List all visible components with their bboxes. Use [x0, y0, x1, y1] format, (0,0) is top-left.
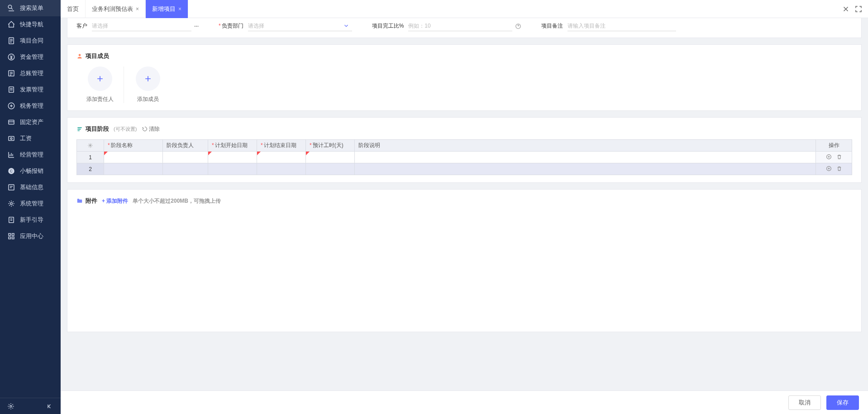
- tab-profit-est[interactable]: 业务利润预估表×: [86, 0, 146, 18]
- more-icon[interactable]: ···: [194, 23, 199, 29]
- cell-desc[interactable]: [355, 163, 816, 175]
- remark-input[interactable]: [568, 21, 676, 31]
- completion-input[interactable]: [408, 21, 506, 31]
- cell-start[interactable]: [208, 163, 257, 175]
- svg-point-24: [90, 145, 91, 146]
- col-op: 操作: [816, 140, 852, 152]
- col-name: *阶段名称: [104, 140, 163, 152]
- tabs-bar: 首页 业务利润预估表× 新增项目×: [61, 0, 868, 18]
- guide-icon: [7, 216, 15, 224]
- sidebar-item-search-menu[interactable]: 搜索菜单: [0, 0, 61, 16]
- sidebar-item-ledger-mgmt[interactable]: 总账管理: [0, 65, 61, 81]
- attach-hint: 单个大小不超过200MB，可拖拽上传: [133, 197, 221, 205]
- tab-new-project[interactable]: 新增项目×: [146, 0, 188, 18]
- sidebar-item-fund-mgmt[interactable]: 资金管理: [0, 49, 61, 65]
- invoice-icon: [7, 86, 15, 94]
- cell-end[interactable]: [257, 163, 306, 175]
- sidebar-item-system-mgmt[interactable]: 系统管理: [0, 195, 61, 212]
- sidebar-item-quick-nav[interactable]: 快捷导航: [0, 16, 61, 33]
- delete-row-icon[interactable]: [836, 154, 842, 160]
- cell-desc[interactable]: [355, 152, 816, 163]
- svg-rect-23: [77, 130, 80, 131]
- cell-name[interactable]: [104, 152, 163, 163]
- cell-hours[interactable]: [306, 163, 355, 175]
- sidebar-item-label: 基础信息: [20, 183, 43, 191]
- sidebar-item-biz-mgmt[interactable]: 经营管理: [0, 147, 61, 163]
- field-remark: 项目备注: [541, 21, 676, 31]
- customer-input[interactable]: [92, 21, 182, 31]
- cell-name[interactable]: [104, 163, 163, 175]
- sidebar-item-app-center[interactable]: 应用中心: [0, 228, 61, 244]
- svg-point-20: [79, 54, 81, 56]
- collapse-icon[interactable]: [46, 403, 53, 410]
- tab-home[interactable]: 首页: [61, 0, 86, 18]
- sidebar-footer: [0, 398, 61, 414]
- delete-row-icon[interactable]: [836, 166, 842, 171]
- document-icon: [7, 37, 15, 45]
- col-start: *计划开始日期: [208, 140, 257, 152]
- add-member-button[interactable]: [136, 67, 160, 91]
- sidebar-item-label: 项目合同: [20, 37, 43, 45]
- money-icon: [7, 53, 15, 61]
- col-desc: 阶段说明: [355, 140, 816, 152]
- sidebar-item-label: 资金管理: [20, 53, 43, 61]
- sidebar-item-salary[interactable]: 工资: [0, 130, 61, 147]
- svg-point-0: [8, 5, 12, 9]
- sidebar-item-project-contract[interactable]: 项目合同: [0, 33, 61, 49]
- sidebar: 搜索菜单 快捷导航 项目合同 资金管理 总账管理 发票管理 税务管理 固定资产 …: [0, 0, 61, 414]
- help-icon[interactable]: [515, 23, 521, 29]
- cell-end[interactable]: [257, 152, 306, 163]
- sidebar-item-xiaochang[interactable]: C 小畅报销: [0, 163, 61, 179]
- add-row-icon[interactable]: [826, 154, 832, 160]
- footer-bar: 取消 保存: [61, 390, 868, 414]
- cancel-button[interactable]: 取消: [788, 395, 821, 410]
- svg-rect-17: [12, 237, 14, 239]
- stages-table: *阶段名称 阶段负责人 *计划开始日期 *计划结束日期 *预计工时(天) 阶段说…: [76, 139, 852, 175]
- fullscreen-icon[interactable]: [854, 5, 863, 13]
- chevron-down-icon[interactable]: [343, 23, 349, 29]
- dept-select[interactable]: [248, 21, 343, 31]
- table-header-row: *阶段名称 阶段负责人 *计划开始日期 *计划结束日期 *预计工时(天) 阶段说…: [77, 140, 852, 152]
- ledger-icon: [7, 69, 15, 77]
- cell-owner[interactable]: [163, 163, 208, 175]
- cell-op: [816, 163, 852, 175]
- project-form-row: 客户 ··· *负责部门 项目完工比%: [67, 18, 862, 38]
- sidebar-item-fixed-asset[interactable]: 固定资产: [0, 114, 61, 130]
- close-icon[interactable]: ×: [178, 6, 181, 12]
- tax-icon: [7, 102, 15, 110]
- cell-start[interactable]: [208, 152, 257, 163]
- apps-icon: [7, 232, 15, 240]
- asset-icon: [7, 118, 15, 126]
- sidebar-item-label: 快捷导航: [20, 20, 43, 29]
- sidebar-item-tax-mgmt[interactable]: 税务管理: [0, 98, 61, 114]
- cell-owner[interactable]: [163, 152, 208, 163]
- add-attachment-link[interactable]: + 添加附件: [102, 197, 128, 205]
- clear-stages-link[interactable]: 清除: [142, 125, 160, 133]
- svg-rect-22: [77, 128, 81, 129]
- gear-header[interactable]: [77, 140, 104, 152]
- cell-hours[interactable]: [306, 152, 355, 163]
- sidebar-item-label: 小畅报销: [20, 167, 43, 175]
- chart-icon: [7, 151, 15, 159]
- close-icon[interactable]: ×: [136, 6, 139, 12]
- save-button[interactable]: 保存: [826, 395, 859, 410]
- gear-icon[interactable]: [7, 403, 14, 410]
- add-manager-button[interactable]: [88, 67, 112, 91]
- col-owner: 阶段负责人: [163, 140, 208, 152]
- svg-rect-14: [9, 233, 11, 236]
- sidebar-item-label: 系统管理: [20, 200, 43, 208]
- attach-card: 附件 + 添加附件 单个大小不超过200MB，可拖拽上传: [67, 189, 862, 332]
- field-dept: *负责部门: [219, 21, 352, 31]
- sidebar-item-basic-info[interactable]: 基础信息: [0, 179, 61, 195]
- table-row: 1: [77, 152, 852, 163]
- sidebar-item-invoice-mgmt[interactable]: 发票管理: [0, 81, 61, 98]
- col-end: *计划结束日期: [257, 140, 306, 152]
- add-row-icon[interactable]: [826, 166, 832, 171]
- row-index: 1: [77, 152, 104, 163]
- close-panel-icon[interactable]: [842, 5, 850, 13]
- svg-point-12: [10, 203, 13, 205]
- cell-op: [816, 152, 852, 163]
- add-member: 添加成员: [124, 67, 172, 103]
- sidebar-item-newbie-guide[interactable]: 新手引导: [0, 212, 61, 228]
- person-icon: [76, 53, 83, 59]
